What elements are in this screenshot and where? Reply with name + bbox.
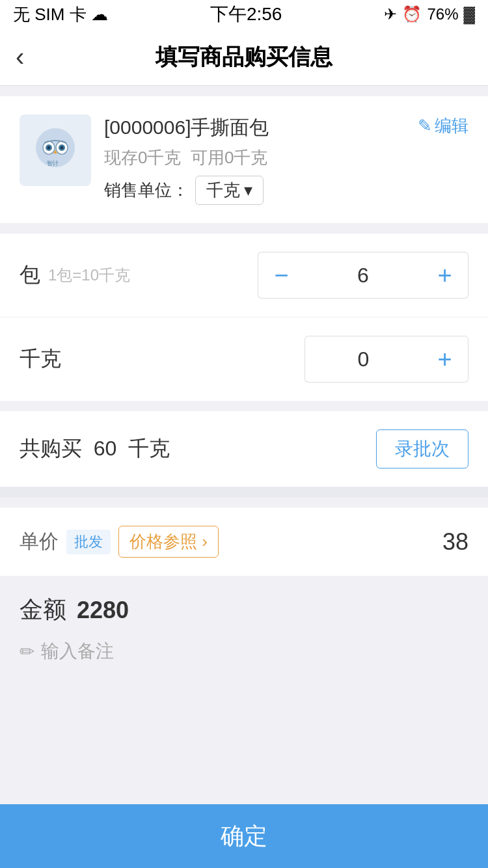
product-unit-row: 销售单位： 千克 ▾ bbox=[104, 176, 468, 205]
alarm-icon: ⏰ bbox=[402, 5, 422, 23]
amount-section: 金额 2280 ✏ 输入备注 bbox=[0, 576, 488, 682]
product-id: [0000006] bbox=[104, 116, 191, 138]
amount-label: 金额 bbox=[20, 594, 66, 626]
product-image: 智计 bbox=[20, 115, 91, 186]
remark-label: 输入备注 bbox=[41, 639, 114, 664]
back-icon: ‹ bbox=[16, 42, 24, 72]
edit-icon: ✎ bbox=[418, 116, 432, 136]
status-bar: 无 SIM 卡 ☁ 下午2:56 ✈ ⏰ 76% ▓ bbox=[0, 0, 488, 29]
confirm-button[interactable]: 确定 bbox=[0, 804, 488, 868]
edit-button[interactable]: ✎ 编辑 bbox=[418, 115, 468, 137]
product-header: [0000006]手撕面包 ✎ 编辑 bbox=[104, 115, 468, 141]
confirm-label: 确定 bbox=[221, 821, 267, 852]
amount-value: 2280 bbox=[77, 597, 129, 624]
minus-button-bao[interactable]: − bbox=[258, 252, 305, 299]
price-ref-button[interactable]: 价格参照 › bbox=[118, 526, 219, 558]
quantity-row-bao: 包 1包=10千克 − + bbox=[0, 234, 488, 318]
edit-label: 编辑 bbox=[435, 115, 468, 137]
plus-icon-bao: + bbox=[437, 262, 452, 290]
amount-row: 金额 2280 bbox=[20, 594, 468, 626]
battery-icon: ▓ bbox=[463, 5, 475, 23]
total-section: 共购买 60 千克 录批次 bbox=[0, 411, 488, 487]
location-icon: ✈ bbox=[384, 5, 397, 23]
qty-input-bao[interactable] bbox=[305, 252, 422, 299]
sim-status: 无 SIM 卡 ☁ bbox=[13, 3, 108, 26]
product-card: 智计 [0000006]手撕面包 ✎ 编辑 现存0千克 可用0千克 销售单位： … bbox=[0, 96, 488, 223]
unit-dropdown-icon: ▾ bbox=[244, 180, 252, 200]
price-label: 单价 bbox=[20, 528, 59, 555]
status-left: 无 SIM 卡 ☁ bbox=[13, 3, 108, 26]
product-logo: 智计 bbox=[33, 125, 78, 176]
qty-label-row: 包 1包=10千克 bbox=[20, 261, 130, 290]
product-name: [0000006]手撕面包 bbox=[104, 115, 269, 141]
total-text: 共购买 60 千克 bbox=[20, 435, 170, 463]
plus-button-kg[interactable]: + bbox=[422, 336, 468, 383]
quantity-control-bao: − + bbox=[258, 252, 468, 299]
remark-icon: ✏ bbox=[20, 641, 34, 662]
minus-icon: − bbox=[274, 262, 288, 290]
nav-bar: ‹ 填写商品购买信息 bbox=[0, 29, 488, 86]
status-time: 下午2:56 bbox=[210, 2, 282, 27]
svg-point-5 bbox=[47, 146, 51, 150]
svg-text:智计: 智计 bbox=[47, 160, 59, 167]
product-info: [0000006]手撕面包 ✎ 编辑 现存0千克 可用0千克 销售单位： 千克 … bbox=[104, 115, 468, 205]
price-badge: 批发 bbox=[66, 530, 111, 554]
quantity-control-kg: + bbox=[305, 336, 468, 383]
divider bbox=[0, 487, 488, 497]
remark-row[interactable]: ✏ 输入备注 bbox=[20, 639, 468, 682]
total-prefix: 共购买 bbox=[20, 437, 82, 460]
price-label-group: 单价 批发 价格参照 › bbox=[20, 526, 219, 558]
back-button[interactable]: ‹ bbox=[16, 42, 24, 72]
battery-level: 76% bbox=[427, 5, 458, 23]
qty-input-kg[interactable] bbox=[305, 336, 422, 383]
batch-button[interactable]: 录批次 bbox=[376, 429, 468, 468]
status-right: ✈ ⏰ 76% ▓ bbox=[384, 5, 475, 23]
qty-hint-bao: 1包=10千克 bbox=[48, 265, 130, 286]
total-amount: 60 bbox=[94, 437, 117, 460]
quantity-row-kg: 千克 + bbox=[0, 318, 488, 401]
unit-selector[interactable]: 千克 ▾ bbox=[195, 176, 264, 205]
unit-label: 销售单位： bbox=[104, 179, 189, 202]
qty-label-bao: 包 bbox=[20, 261, 40, 290]
price-ref-label: 价格参照 › bbox=[129, 530, 208, 553]
stock-label: 现存0千克 bbox=[104, 148, 181, 167]
qty-label-kg: 千克 bbox=[20, 345, 61, 373]
available-label: 可用0千克 bbox=[191, 148, 267, 167]
total-unit: 千克 bbox=[128, 437, 170, 460]
product-title: 手撕面包 bbox=[191, 116, 269, 138]
product-stock: 现存0千克 可用0千克 bbox=[104, 146, 468, 169]
unit-value: 千克 bbox=[206, 179, 240, 202]
plus-button-bao[interactable]: + bbox=[422, 252, 468, 299]
plus-icon-kg: + bbox=[437, 346, 452, 373]
page-title: 填写商品购买信息 bbox=[156, 42, 332, 72]
qty-kg-label-row: 千克 bbox=[20, 345, 61, 373]
quantity-section: 包 1包=10千克 − + 千克 + bbox=[0, 234, 488, 401]
price-value: 38 bbox=[442, 528, 468, 556]
svg-point-6 bbox=[61, 146, 64, 150]
price-section: 单价 批发 价格参照 › 38 bbox=[0, 508, 488, 576]
